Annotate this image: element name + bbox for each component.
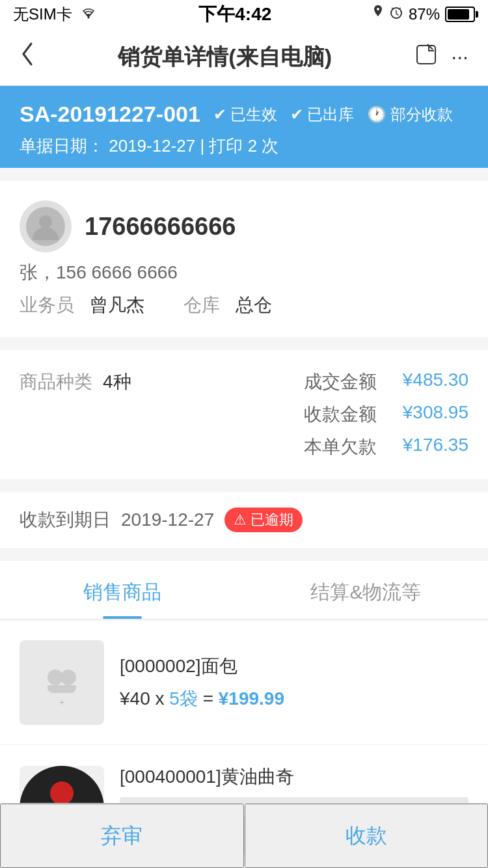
svg-point-5 [61, 670, 76, 685]
owed-row: 本单欠款 ¥176.35 [304, 435, 468, 459]
warehouse-value: 总仓 [236, 295, 272, 315]
nav-bar: 销货单详情(来自电脑) ··· [0, 29, 488, 86]
summary-right: 成交金额 ¥485.30 收款金额 ¥308.95 本单欠款 ¥176.35 [304, 370, 468, 459]
product-types-item: 商品种类 4种 [20, 370, 131, 394]
sales-rep-value: 曾凡杰 [90, 295, 144, 315]
overdue-label: 已逾期 [251, 510, 293, 530]
table-row: + [0000002]面包 ¥40 x 5袋 = ¥199.99 [0, 621, 488, 745]
more-icon[interactable]: ··· [451, 45, 468, 69]
share-icon[interactable] [414, 43, 438, 72]
tabs-section: 销售商品 结算&物流等 [0, 561, 488, 619]
customer-phone: 17666666666 [85, 213, 236, 241]
overdue-icon: ⚠ [234, 511, 247, 528]
confirm-button[interactable]: 收款 [245, 804, 489, 868]
tab-settlement[interactable]: 结算&物流等 [244, 561, 488, 619]
back-button[interactable] [20, 41, 35, 73]
received-row: 收款金额 ¥308.95 [304, 402, 468, 427]
battery-icon [445, 7, 475, 22]
due-date-value: 2019-12-27 [121, 509, 214, 530]
tabs-row: 销售商品 结算&物流等 [0, 561, 488, 619]
order-id: SA-20191227-001 [20, 102, 200, 127]
battery-percentage: 87% [409, 5, 440, 23]
svg-rect-2 [417, 46, 435, 64]
status-badge-1: ✔ 已生效 [213, 104, 277, 125]
location-icon [372, 5, 384, 23]
tab-products[interactable]: 销售商品 [0, 561, 244, 619]
wifi-icon [79, 5, 98, 23]
customer-detail-row: 业务员 曾凡杰 仓库 总仓 [20, 293, 468, 318]
svg-text:+: + [59, 698, 64, 707]
customer-name-info: 张，156 6666 6666 [20, 260, 468, 285]
product-thumbnail-1: + [20, 640, 104, 725]
product-name-2: [000400001]黄油曲奇 [120, 765, 468, 789]
product-price-1: ¥40 x 5袋 = ¥199.99 [120, 686, 468, 711]
summary-section: 商品种类 4种 成交金额 ¥485.30 收款金额 ¥308.95 本单欠款 ¥… [0, 350, 488, 479]
due-date-label: 收款到期日 [20, 508, 111, 532]
warehouse-section: 仓库 总仓 [183, 293, 272, 318]
sales-rep-section: 业务员 曾凡杰 [20, 293, 144, 318]
status-bar-right: 87% [372, 5, 475, 23]
customer-main: 17666666666 [20, 200, 468, 252]
svg-point-3 [39, 215, 52, 228]
page-title: 销货单详情(来自电脑) [118, 42, 332, 72]
summary-left: 商品种类 4种 [20, 370, 131, 459]
due-section: 收款到期日 2019-12-27 ⚠ 已逾期 [0, 492, 488, 548]
status-badge-2: ✔ 已出库 [290, 104, 354, 125]
avatar [20, 200, 72, 252]
alarm-icon [389, 5, 403, 23]
order-banner: SA-20191227-001 ✔ 已生效 ✔ 已出库 🕐 部分收款 单据日期：… [0, 86, 488, 168]
svg-point-8 [50, 781, 74, 805]
clock-icon: 🕐 [367, 105, 386, 124]
product-info-1: [0000002]面包 ¥40 x 5袋 = ¥199.99 [120, 654, 468, 711]
status-bar-time: 下午4:42 [198, 2, 271, 27]
product-name-1: [0000002]面包 [120, 654, 468, 679]
check-icon-2: ✔ [290, 105, 303, 124]
cancel-button[interactable]: 弃审 [0, 804, 244, 868]
svg-point-0 [87, 17, 89, 19]
order-date-row: 单据日期： 2019-12-27 | 打印 2 次 [20, 135, 468, 157]
status-bar: 无SIM卡 下午4:42 87% [0, 0, 488, 29]
check-icon-1: ✔ [213, 105, 226, 124]
bottom-action-bar: 弃审 收款 [0, 803, 488, 868]
carrier-label: 无SIM卡 [13, 4, 72, 25]
total-amount-row: 成交金额 ¥485.30 [304, 370, 468, 394]
status-bar-left: 无SIM卡 [13, 4, 98, 25]
nav-actions: ··· [414, 43, 468, 72]
overdue-badge: ⚠ 已逾期 [224, 508, 303, 532]
status-badge-3: 🕐 部分收款 [367, 104, 453, 125]
order-id-row: SA-20191227-001 ✔ 已生效 ✔ 已出库 🕐 部分收款 [20, 102, 468, 127]
customer-section: 17666666666 张，156 6666 6666 业务员 曾凡杰 仓库 总… [0, 181, 488, 337]
